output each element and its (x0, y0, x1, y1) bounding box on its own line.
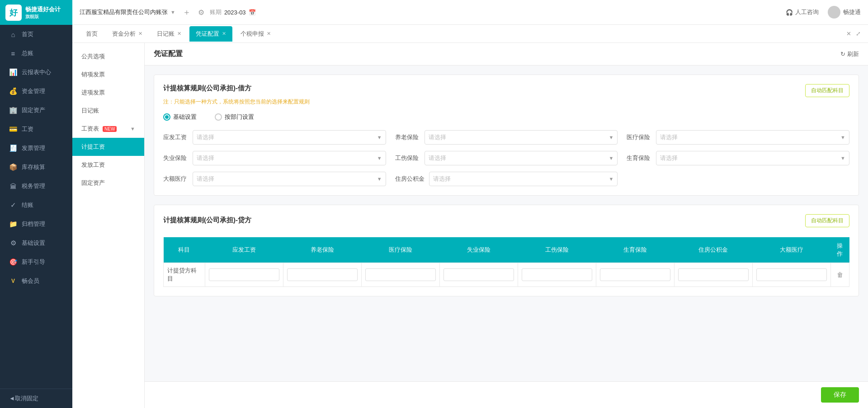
tabbar: 首页 资金分析 ✕ 日记账 ✕ 凭证配置 ✕ 个税申报 ✕ ✕ ⤢ (72, 25, 868, 43)
row-sheng-yu-input[interactable] (600, 268, 670, 281)
left-nav-fixed-asset[interactable]: 固定资产 (72, 174, 144, 192)
th-operation: 操作 (830, 237, 849, 263)
sidebar-item-salary[interactable]: 💳 工资 (0, 120, 72, 139)
table-row: 计提贷方科目 🗑 (164, 263, 849, 287)
sidebar-unpin-button[interactable]: ◄取消固定 (0, 389, 72, 408)
close-tab-icon[interactable]: ✕ (846, 30, 851, 37)
radio-basic[interactable]: 基础设置 (163, 113, 197, 121)
left-nav-salary-sheet[interactable]: 工资表 NEW ▼ (72, 120, 144, 138)
yang-lao-select[interactable]: 请选择 ▼ (425, 130, 618, 145)
sidebar-item-ledger[interactable]: ≡ 总账 (0, 44, 72, 63)
left-nav-journal[interactable]: 日记账 (72, 102, 144, 120)
sidebar-item-inventory[interactable]: 📦 库存核算 (0, 158, 72, 177)
tab-home[interactable]: 首页 (80, 26, 104, 42)
sidebar-item-reports[interactable]: 📊 云报表中心 (0, 63, 72, 82)
shi-ye-select[interactable]: 请选择 ▼ (193, 151, 386, 165)
panel-header: 凭证配置 ↻ 刷新 (145, 43, 868, 66)
debit-auto-match-button[interactable]: 自动匹配科目 (805, 84, 849, 97)
yi-liao-select[interactable]: 请选择 ▼ (656, 130, 849, 145)
assets-icon: 🏢 (9, 106, 17, 114)
tab-funds[interactable]: 资金分析 ✕ (106, 26, 149, 42)
zhu-fang-select[interactable]: 请选择 ▼ (429, 172, 618, 186)
shi-ye-arrow-icon: ▼ (377, 155, 382, 161)
refresh-label: 刷新 (847, 50, 859, 58)
sidebar-item-assets[interactable]: 🏢 固定资产 (0, 101, 72, 120)
row-shi-ye-input[interactable] (443, 268, 514, 281)
row-da-e-input[interactable] (756, 268, 827, 281)
sidebar-item-invoice[interactable]: 🧾 发票管理 (0, 139, 72, 158)
sidebar-item-settings[interactable]: ⚙ 基础设置 (0, 234, 72, 253)
period-value: 2023-03 (224, 9, 246, 16)
field-yang-lao: 养老保险 请选择 ▼ (395, 130, 618, 145)
yang-lao-arrow-icon: ▼ (609, 135, 613, 140)
row-shi-ye-input-cell (439, 263, 518, 287)
tab-funds-close[interactable]: ✕ (138, 31, 142, 37)
user-menu[interactable]: 畅捷通 (828, 6, 861, 19)
row-gong-shang-input[interactable] (522, 268, 592, 281)
left-nav-sales[interactable]: 销项发票 (72, 66, 144, 84)
yi-liao-label: 医疗保险 (627, 133, 651, 141)
radio-dept[interactable]: 按部门设置 (215, 113, 254, 121)
da-e-placeholder: 请选择 (197, 175, 214, 183)
yi-liao-arrow-icon: ▼ (840, 135, 845, 140)
refresh-button[interactable]: ↻ 刷新 (840, 50, 859, 58)
sidebar-nav: ⌂ 首页 ≡ 总账 📊 云报表中心 💰 资金管理 🏢 固定资产 💳 工资 🧾 发… (0, 25, 72, 389)
sidebar-item-archive[interactable]: 📁 归档管理 (0, 215, 72, 234)
shi-ye-placeholder: 请选择 (197, 154, 214, 162)
inventory-icon: 📦 (9, 163, 17, 171)
home-icon: ⌂ (9, 31, 17, 38)
service-button[interactable]: 🎧 人工咨询 (786, 8, 819, 16)
sidebar-label-tax: 税务管理 (22, 182, 45, 190)
field-yi-liao: 医疗保险 请选择 ▼ (627, 130, 849, 145)
tab-voucher-close[interactable]: ✕ (222, 31, 226, 37)
tab-voucher[interactable]: 凭证配置 ✕ (189, 26, 232, 42)
sidebar-label-checkout: 结账 (22, 201, 33, 209)
tab-voucher-label: 凭证配置 (196, 30, 219, 38)
app-sub: 旗舰版 (25, 14, 61, 20)
th-da-e: 大额医疗 (752, 237, 830, 263)
save-button[interactable]: 保存 (821, 387, 859, 403)
tab-journal-close[interactable]: ✕ (177, 31, 181, 37)
sidebar-item-guide[interactable]: 🎯 新手引导 (0, 253, 72, 272)
settings-gear-icon[interactable]: ⚙ (198, 8, 204, 17)
sidebar-item-checkout[interactable]: ✓ 结账 (0, 196, 72, 215)
ying-fa-select[interactable]: 请选择 ▼ (193, 130, 386, 145)
company-selector[interactable]: 江西服宝精品有限责任公司内账张 ▼ (80, 8, 175, 16)
sidebar: 好 畅捷通好会计 旗舰版 ⌂ 首页 ≡ 总账 📊 云报表中心 💰 资金管理 🏢 … (0, 0, 72, 408)
left-nav-sales-label: 销项发票 (81, 71, 105, 78)
sidebar-item-tax[interactable]: 🏛 税务管理 (0, 177, 72, 196)
service-label: 人工咨询 (795, 8, 819, 16)
row-yang-lao-input[interactable] (287, 268, 358, 281)
row-zhu-fang-input[interactable] (678, 268, 749, 281)
delete-row-button[interactable]: 🗑 (837, 271, 843, 278)
sidebar-item-home[interactable]: ⌂ 首页 (0, 25, 72, 44)
headset-icon: 🎧 (786, 9, 793, 16)
row-ying-fa-input[interactable] (209, 268, 279, 281)
add-account-button[interactable]: ＋ (181, 5, 193, 19)
left-nav-pay-salary-label: 发放工资 (81, 161, 105, 168)
calendar-icon[interactable]: 📅 (249, 9, 256, 16)
radio-dept-label: 按部门设置 (225, 113, 254, 121)
expand-icon[interactable]: ⤢ (856, 30, 861, 37)
row-zhu-fang-input-cell (674, 263, 752, 287)
debit-section-title: 计提核算规则(公司承担)-借方 (163, 84, 310, 93)
left-nav-calc-salary[interactable]: 计提工资 (72, 138, 144, 156)
sidebar-label-funds: 资金管理 (22, 87, 45, 95)
credit-auto-match-button[interactable]: 自动匹配科目 (805, 214, 849, 227)
sheng-yu-select[interactable]: 请选择 ▼ (656, 151, 849, 165)
company-name: 江西服宝精品有限责任公司内账张 (80, 8, 168, 16)
row-yi-liao-input[interactable] (365, 268, 436, 281)
left-nav-purchase[interactable]: 进项发票 (72, 84, 144, 102)
sidebar-label-home: 首页 (22, 30, 33, 38)
sidebar-item-member[interactable]: V 畅会员 (0, 272, 72, 291)
left-nav-pay-salary[interactable]: 发放工资 (72, 156, 144, 174)
tab-journal[interactable]: 日记账 ✕ (151, 26, 188, 42)
yi-liao-placeholder: 请选择 (660, 133, 678, 141)
tab-tax[interactable]: 个税申报 ✕ (234, 26, 277, 42)
da-e-select[interactable]: 请选择 ▼ (193, 172, 386, 186)
sidebar-item-funds[interactable]: 💰 资金管理 (0, 82, 72, 101)
left-nav-public[interactable]: 公共选项 (72, 47, 144, 66)
th-gong-shang: 工伤保险 (518, 237, 596, 263)
tab-tax-close[interactable]: ✕ (267, 31, 271, 37)
gong-shang-select[interactable]: 请选择 ▼ (425, 151, 618, 165)
